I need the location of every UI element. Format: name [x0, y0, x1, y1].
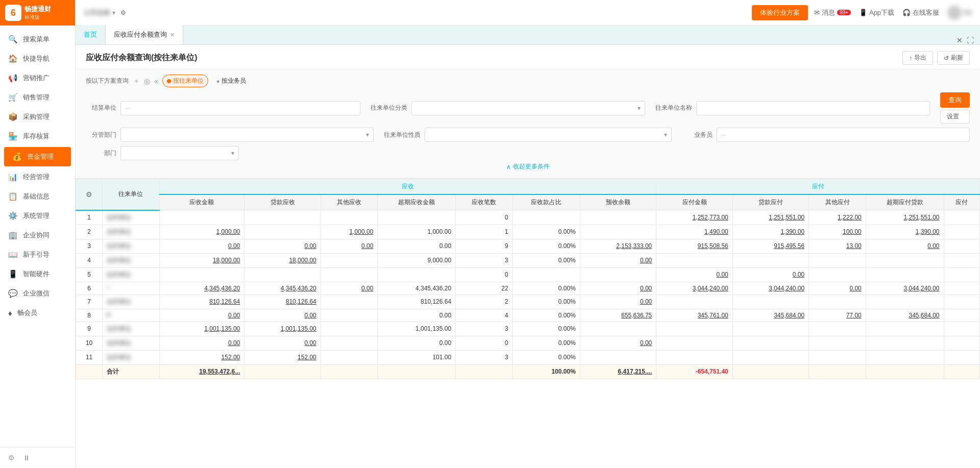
- sidebar-item-hardware[interactable]: 📱 智能硬件: [0, 264, 75, 284]
- table-cell[interactable]: [732, 350, 808, 364]
- table-cell[interactable]: 0.00: [159, 336, 244, 350]
- table-cell[interactable]: 0.00: [580, 253, 656, 267]
- sidebar-item-finance[interactable]: 💰 资金管理: [4, 147, 71, 166]
- table-cell[interactable]: 1,001,135.00: [159, 322, 244, 336]
- table-cell[interactable]: [732, 294, 808, 309]
- table-cell[interactable]: [321, 309, 378, 322]
- scheme-by-partner[interactable]: 按往来单位: [162, 75, 208, 87]
- table-cell[interactable]: [809, 336, 866, 350]
- footer-advance[interactable]: 6,417,215....: [580, 364, 656, 379]
- settlement-unit-input[interactable]: ···: [120, 101, 360, 115]
- tab-close-icon[interactable]: ✕: [170, 32, 175, 38]
- table-cell[interactable]: 4,345,436.20: [244, 282, 321, 294]
- table-cell[interactable]: 1,252,773.00: [656, 210, 732, 225]
- table-cell[interactable]: 0.00: [732, 267, 808, 282]
- table-cell[interactable]: 0.00: [809, 282, 866, 294]
- settings-footer-icon[interactable]: ⚙: [8, 454, 15, 462]
- table-cell[interactable]: [321, 210, 378, 225]
- table-cell[interactable]: [321, 267, 378, 282]
- tab-ar-ap[interactable]: 应收应付余额查询 ✕: [106, 25, 183, 44]
- table-cell[interactable]: [321, 336, 378, 350]
- table-cell[interactable]: 0.00: [580, 282, 656, 294]
- query-btn[interactable]: 查询: [940, 92, 970, 108]
- table-cell[interactable]: 3,044,240.00: [732, 282, 808, 294]
- table-cell[interactable]: 3,044,240.00: [866, 282, 944, 294]
- settings-btn[interactable]: 设置: [940, 110, 970, 124]
- collapse-btn[interactable]: ∧ 收起更多条件: [86, 160, 970, 173]
- table-cell[interactable]: [656, 294, 732, 309]
- app-download-btn[interactable]: 📱 App下载: [859, 8, 894, 17]
- message-btn[interactable]: ✉ 消息 99+: [814, 8, 851, 17]
- refresh-btn[interactable]: ↺ 刷新: [937, 51, 970, 65]
- table-cell[interactable]: [159, 210, 244, 225]
- table-cell[interactable]: [656, 350, 732, 364]
- table-cell[interactable]: [866, 267, 944, 282]
- table-cell[interactable]: 0.00: [580, 336, 656, 350]
- table-cell[interactable]: 13.00: [809, 239, 866, 253]
- table-cell[interactable]: 1,251,551.00: [732, 210, 808, 225]
- table-cell[interactable]: [866, 294, 944, 309]
- table-cell[interactable]: 345,684.00: [866, 309, 944, 322]
- table-cell[interactable]: 1,490.00: [656, 225, 732, 239]
- table-cell[interactable]: 0.00: [159, 239, 244, 253]
- table-cell[interactable]: 1,390.00: [732, 225, 808, 239]
- sidebar-item-base[interactable]: 📋 基础信息: [0, 187, 75, 206]
- table-cell[interactable]: 0.00: [321, 239, 378, 253]
- sidebar-item-inventory[interactable]: 🏪 库存核算: [0, 127, 75, 146]
- table-cell[interactable]: [321, 253, 378, 267]
- table-cell[interactable]: [580, 210, 656, 225]
- add-scheme-icon[interactable]: ＋: [133, 77, 140, 86]
- sidebar-item-purchase[interactable]: 📦 采购管理: [0, 107, 75, 127]
- table-cell[interactable]: 810,126.64: [244, 294, 321, 309]
- table-cell[interactable]: [580, 267, 656, 282]
- department-input[interactable]: ▾: [120, 146, 239, 160]
- table-cell[interactable]: [656, 322, 732, 336]
- table-cell[interactable]: [809, 294, 866, 309]
- table-cell[interactable]: [321, 322, 378, 336]
- table-cell[interactable]: 345,684.00: [732, 309, 808, 322]
- table-cell[interactable]: 100.00: [809, 225, 866, 239]
- th-gear[interactable]: ⚙: [76, 179, 103, 210]
- table-cell[interactable]: [809, 253, 866, 267]
- sidebar-item-system[interactable]: ⚙️ 系统管理: [0, 206, 75, 226]
- table-cell[interactable]: [809, 322, 866, 336]
- dropdown-icon[interactable]: ▾: [112, 9, 115, 16]
- table-cell[interactable]: [321, 294, 378, 309]
- table-cell[interactable]: 655,636.75: [580, 309, 656, 322]
- sidebar-item-operations[interactable]: 📊 经营管理: [0, 167, 75, 187]
- collapse-footer-icon[interactable]: ⏸: [23, 454, 30, 462]
- table-cell[interactable]: 1,000.00: [321, 225, 378, 239]
- sidebar-item-nav[interactable]: 🏠 快捷导航: [0, 49, 75, 68]
- sidebar-item-search[interactable]: 🔍 搜索菜单: [0, 30, 75, 49]
- partner-name-input[interactable]: [696, 101, 930, 115]
- table-cell[interactable]: 2,153,333.00: [580, 239, 656, 253]
- table-cell[interactable]: [580, 322, 656, 336]
- table-cell[interactable]: 0.00: [244, 239, 321, 253]
- edit-scheme-icon[interactable]: ◎: [144, 77, 150, 85]
- tab-close-window-icon[interactable]: ✕: [957, 36, 963, 44]
- table-cell[interactable]: 1,000.00: [159, 225, 244, 239]
- table-cell[interactable]: [866, 253, 944, 267]
- partner-category-input[interactable]: ▾: [411, 101, 645, 115]
- table-cell[interactable]: [809, 350, 866, 364]
- user-btn[interactable]: Rit: [947, 6, 972, 20]
- table-cell[interactable]: 0.00: [244, 309, 321, 322]
- table-cell[interactable]: 77.00: [809, 309, 866, 322]
- online-service-btn[interactable]: 🎧 在线客服: [902, 8, 939, 17]
- scheme-by-salesperson[interactable]: ● 按业务员: [212, 75, 251, 87]
- table-cell[interactable]: 0.00: [244, 336, 321, 350]
- table-cell[interactable]: 18,000.00: [159, 253, 244, 267]
- sidebar-item-sales[interactable]: 🛒 销售管理: [0, 88, 75, 107]
- sidebar-item-marketing[interactable]: 📢 营销推广: [0, 68, 75, 88]
- table-cell[interactable]: [809, 267, 866, 282]
- table-cell[interactable]: 345,761.00: [656, 309, 732, 322]
- table-cell[interactable]: 1,390.00: [866, 225, 944, 239]
- table-cell[interactable]: 152.00: [159, 350, 244, 364]
- table-cell[interactable]: 0.00: [656, 267, 732, 282]
- tab-fullscreen-icon[interactable]: ⛶: [967, 36, 974, 44]
- table-cell[interactable]: [866, 336, 944, 350]
- table-cell[interactable]: [732, 322, 808, 336]
- table-cell[interactable]: 0.00: [866, 239, 944, 253]
- table-cell[interactable]: 0.00: [321, 282, 378, 294]
- table-cell[interactable]: [732, 336, 808, 350]
